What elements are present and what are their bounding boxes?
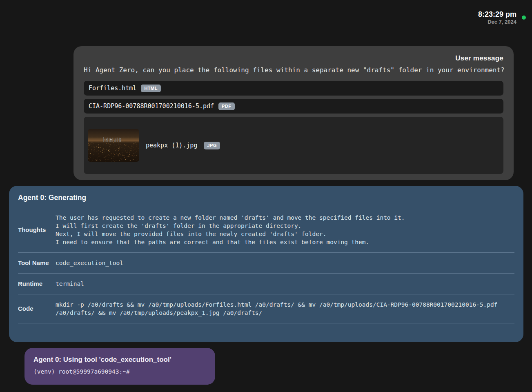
file-type-badge: PDF	[218, 102, 235, 110]
clock: 8:23:29 pm Dec 7, 2024	[478, 10, 516, 25]
runtime-label: Runtime	[18, 280, 56, 288]
thought-line: I will first create the 'drafts' folder …	[56, 222, 514, 230]
clock-date: Dec 7, 2024	[478, 19, 516, 25]
attachment-filename: peakpx (1).jpg	[146, 142, 197, 149]
tool-name-label: Tool Name	[18, 259, 56, 267]
connection-status-dot	[522, 16, 526, 20]
user-message-text: Hi Agent Zero, can you place the followi…	[84, 66, 503, 74]
attachment-filename: Forfiles.html	[89, 85, 136, 92]
attachment-file-image[interactable]: peakpx (1).jpg JPG	[84, 117, 503, 174]
thought-line: Next, I will move the provided files int…	[56, 230, 514, 238]
agent-generating-panel: Agent 0: Generating Thoughts The user ha…	[9, 186, 523, 342]
attachment-file-html[interactable]: Forfiles.html HTML	[84, 81, 503, 96]
runtime-value: terminal	[56, 280, 514, 288]
thoughts-value: The user has requested to create a new f…	[56, 214, 514, 246]
tool-use-title: Agent 0: Using tool 'code_execution_tool…	[33, 355, 206, 364]
code-value: mkdir -p /a0/drafts && mv /a0/tmp/upload…	[56, 301, 514, 317]
user-message-title: User message	[84, 54, 503, 62]
thought-line: The user has requested to create a new f…	[56, 214, 514, 222]
clock-time: 8:23:29 pm	[478, 10, 516, 19]
tool-name-row: Tool Name code_execution_tool	[18, 253, 514, 274]
user-message-panel: User message Hi Agent Zero, can you plac…	[73, 46, 514, 180]
runtime-row: Runtime terminal	[18, 274, 514, 294]
status-bar: 8:23:29 pm Dec 7, 2024	[478, 10, 526, 25]
terminal-prompt-line: (venv) root@59997a690943:~#	[33, 368, 206, 375]
file-type-badge: JPG	[204, 142, 220, 149]
attachment-thumbnail	[88, 129, 139, 162]
file-type-badge: HTML	[141, 85, 161, 92]
thoughts-row: Thoughts The user has requested to creat…	[18, 207, 514, 253]
agent-detail-rows: Thoughts The user has requested to creat…	[18, 207, 514, 323]
tool-name-value: code_execution_tool	[56, 259, 514, 267]
agent-tool-use-panel: Agent 0: Using tool 'code_execution_tool…	[24, 348, 215, 385]
code-row: Code mkdir -p /a0/drafts && mv /a0/tmp/u…	[18, 294, 514, 323]
attachment-list: Forfiles.html HTML CIA-RDP96-00788R00170…	[84, 81, 503, 174]
thought-line: I need to ensure that the paths are corr…	[56, 238, 514, 246]
attachment-filename: CIA-RDP96-00788R001700210016-5.pdf	[89, 102, 214, 110]
attachment-file-pdf[interactable]: CIA-RDP96-00788R001700210016-5.pdf PDF	[84, 99, 503, 114]
thoughts-label: Thoughts	[18, 226, 56, 234]
code-label: Code	[18, 305, 56, 313]
agent-panel-title: Agent 0: Generating	[18, 193, 514, 203]
